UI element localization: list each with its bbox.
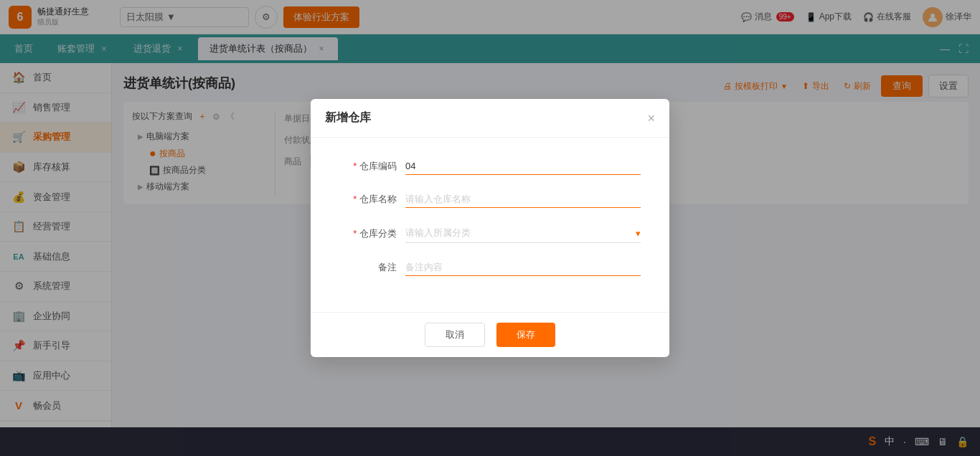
form-row-name: * 仓库名称 bbox=[339, 191, 641, 208]
name-input[interactable] bbox=[405, 191, 641, 208]
required-star-code: * bbox=[353, 161, 357, 171]
cancel-button[interactable]: 取消 bbox=[425, 323, 485, 347]
dropdown-arrow-icon: ▾ bbox=[636, 228, 641, 239]
required-star-category: * bbox=[353, 228, 357, 239]
form-row-code: * 仓库编码 bbox=[339, 158, 641, 175]
modal-body: * 仓库编码 * 仓库名称 * 仓库分类 请输入所属 bbox=[311, 138, 669, 312]
category-label: * 仓库分类 bbox=[339, 227, 397, 240]
modal-overlay[interactable]: 新增仓库 × * 仓库编码 * 仓库名称 bbox=[0, 0, 980, 456]
modal-close-button[interactable]: × bbox=[647, 112, 655, 125]
modal-header: 新增仓库 × bbox=[311, 99, 669, 138]
modal-title: 新增仓库 bbox=[325, 110, 371, 125]
save-button[interactable]: 保存 bbox=[496, 323, 555, 347]
category-dropdown[interactable]: 请输入所属分类 ▾ bbox=[405, 224, 641, 243]
modal-new-warehouse: 新增仓库 × * 仓库编码 * 仓库名称 bbox=[311, 99, 669, 357]
modal-footer: 取消 保存 bbox=[311, 312, 669, 357]
remark-label: 备注 bbox=[339, 261, 397, 274]
required-star-name: * bbox=[353, 194, 357, 204]
code-input[interactable] bbox=[405, 158, 641, 175]
name-label: * 仓库名称 bbox=[339, 193, 397, 206]
code-label: * 仓库编码 bbox=[339, 160, 397, 173]
form-row-category: * 仓库分类 请输入所属分类 ▾ bbox=[339, 224, 641, 243]
remark-input[interactable] bbox=[405, 259, 641, 276]
form-row-remark: 备注 bbox=[339, 259, 641, 276]
